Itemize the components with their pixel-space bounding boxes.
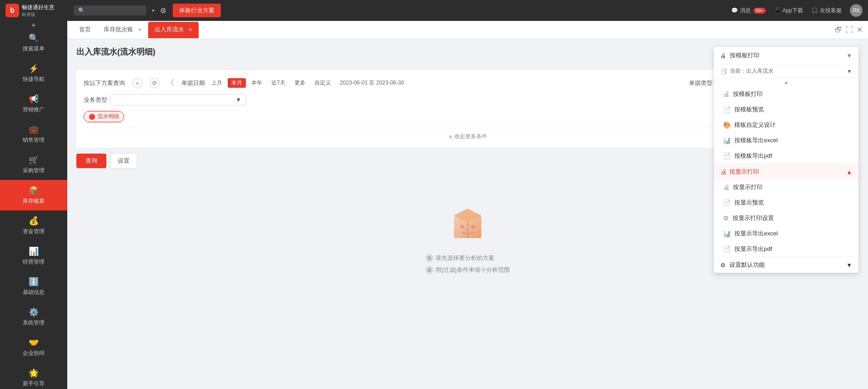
sidebar-item-operations[interactable]: 📊 经营管理 [0,241,67,271]
dropdown-display-pdf-label: 按显示导出pdf [734,245,772,253]
sidebar-item-finance-label: 资金管理 [23,228,45,235]
dropdown-display-section-header[interactable]: 🖨 按显示打印 ▲ [714,164,858,180]
basic-icon: ℹ️ [29,277,39,287]
sidebar-item-finance[interactable]: 💰 资金管理 [0,210,67,241]
dropdown-item-display-export-pdf[interactable]: 📄 按显示导出pdf [714,241,858,257]
date-opt-more[interactable]: 更多 [291,78,309,88]
sidebar-item-purchase[interactable]: 🛒 采购管理 [0,150,67,180]
logo-area: b 畅捷通好生意 标准版 [5,4,69,18]
trial-btn[interactable]: 体验行业方案 [173,4,221,17]
tab-inventory-batch[interactable]: 库存批次账 ✕ [97,22,148,38]
message-item[interactable]: 💬 消息 99+ [731,7,766,15]
empty-hint: ①请先选择要分析的方案 ②用[过滤]条件来缩小分析范围 [425,252,509,276]
dropdown-scroll-up[interactable]: ▲ [714,78,858,86]
main-layout: ▲ 🔍 搜索菜单 ⚡ 快捷导航 📢 营销推广 💼 销售管理 🛒 采购管理 📦 库… [0,21,868,389]
online-service-item[interactable]: 🎧 在线客服 [811,7,842,15]
sidebar-item-enterprise[interactable]: 🤝 企业协同 [0,332,67,363]
dropdown-item-template-print[interactable]: 🖨 按模板打印 [714,86,858,102]
sidebar-item-inventory[interactable]: 📦 库存核算 [0,180,67,210]
sidebar-item-search-menu[interactable]: 🔍 搜索菜单 [0,28,67,58]
tab-close-btn[interactable]: ✕ [857,25,863,34]
tab-home[interactable]: 首页 [73,22,97,38]
date-opt-last-month[interactable]: 上月 [208,78,226,88]
dropdown-item-template-custom[interactable]: 🎨 模板自定义设计 [714,117,858,133]
filter-collapse-toggle[interactable]: 《 [167,78,174,88]
dropdown-current-arrow[interactable]: ▼ [847,68,852,75]
tab-restore-btn[interactable]: 🗗 [835,26,842,34]
dropdown-template-custom-icon: 🎨 [723,121,731,129]
dropdown-display-settings-icon: ⚙ [723,214,729,222]
tab-expand-btn[interactable]: ⛶ [846,26,853,34]
header-right: 💬 消息 99+ 📱 App下载 🎧 在线客服 Rit [731,4,863,17]
sidebar-item-search-menu-label: 搜索菜单 [23,45,45,53]
dropdown-item-display-preview[interactable]: 📄 按显示预览 [714,195,858,210]
dropdown-item-display-print-settings[interactable]: ⚙ 按显示打印设置 [714,210,858,226]
settings-default-icon: ⚙ [720,262,726,269]
dropdown-item-display-export-excel[interactable]: 📊 按显示导出excel [714,226,858,241]
date-opt-this-year[interactable]: 本年 [248,78,266,88]
sidebar-item-marketing[interactable]: 📢 营销推广 [0,89,67,119]
search-menu-icon: 🔍 [29,33,39,43]
search-icon: 🔍 [78,7,85,14]
sidebar-item-sales[interactable]: 💼 销售管理 [0,119,67,150]
sidebar-item-quick-nav-label: 快捷导航 [23,75,45,83]
sidebar-item-system-label: 系统管理 [23,319,45,327]
dropdown-panel: 🖨 按模板打印 ▼ 📑 当前：出入库流水 ▼ ▲ 🖨 按模板打印 [713,46,859,273]
guide-icon: 🌟 [29,368,39,378]
date-options: 上月 本月 本年 近7天 更多 自定义 [208,78,334,88]
dropdown-template-excel-icon: 📊 [723,137,731,144]
sidebar-item-system[interactable]: ⚙️ 系统管理 [0,302,67,332]
dropdown-template-pdf-label: 按模板导出pdf [734,152,772,160]
dropdown-header: 🖨 按模板打印 ▼ [714,47,858,65]
settings-action-btn[interactable]: 设置 [110,153,137,169]
tab-inout-flow[interactable]: 出入库流水 ✕ [148,22,199,38]
filter-label: 按以下方案查询 [84,79,125,87]
sidebar-item-sales-label: 销售管理 [23,136,45,144]
dropdown-item-template-export-excel[interactable]: 📊 按模板导出excel [714,133,858,148]
filter-add-btn[interactable]: + [132,78,142,88]
dropdown-template-preview-icon: 📄 [723,106,731,113]
filter-settings-btn[interactable]: ⚙ [150,78,160,88]
avatar[interactable]: Rit [850,4,863,17]
filter-settings-icon: ⚙ [152,80,157,86]
app-download-item[interactable]: 📱 App下载 [774,7,803,15]
sidebar-item-basic[interactable]: ℹ️ 基础信息 [0,271,67,302]
sidebar-scroll-up[interactable]: ▲ [0,21,67,28]
dropdown-title-arrow[interactable]: ▼ [846,52,852,59]
inventory-icon: 📦 [29,185,39,195]
sidebar-item-guide[interactable]: 🌟 新手引导 [0,363,67,389]
dropdown-item-template-export-pdf[interactable]: 📄 按模板导出pdf [714,148,858,164]
hint-num-2: ② [425,266,434,274]
date-opt-7days[interactable]: 近7天 [268,78,289,88]
dropdown-current-label: 当前：出入库流水 [730,67,773,75]
business-type-filter: 业务类型 ▼ [84,94,246,105]
dropdown-item-template-preview[interactable]: 📄 按模板预览 [714,102,858,117]
dropdown-footer-arrow: ▼ [846,262,852,269]
flow-detail-tag[interactable]: 🔴 流水明细 [84,111,124,122]
tab-inventory-batch-close[interactable]: ✕ [138,27,142,32]
tab-inout-flow-close[interactable]: ✕ [188,27,192,32]
dropdown-current-left: 📑 当前：出入库流水 [720,67,773,75]
query-btn[interactable]: 查询 [76,154,106,168]
empty-icon [445,199,490,245]
date-opt-this-month[interactable]: 本月 [228,78,246,88]
dropdown-current[interactable]: 📑 当前：出入库流水 ▼ [714,65,858,78]
search-dropdown-arrow[interactable]: ▼ [151,8,155,13]
sidebar-item-quick-nav[interactable]: ⚡ 快捷导航 [0,58,67,89]
tab-inventory-batch-label: 库存批次账 [104,26,133,33]
business-type-arrow: ▼ [235,96,241,103]
message-icon: 💬 [731,7,738,14]
date-opt-custom[interactable]: 自定义 [311,78,334,88]
marketing-icon: 📢 [29,94,39,104]
header-search-box[interactable]: 🔍 [74,5,146,15]
header-settings-icon[interactable]: ⚙ [160,6,166,15]
dropdown-display-settings-label: 按显示打印设置 [733,214,774,222]
display-section-label: 按显示打印 [729,168,759,176]
search-input[interactable] [88,7,142,14]
business-type-select[interactable]: ▼ [110,94,246,105]
dropdown-display-preview-label: 按显示预览 [734,199,764,207]
quick-nav-icon: ⚡ [29,64,39,74]
dropdown-item-display-print[interactable]: 🖨 按显示打印 [714,180,858,195]
dropdown-footer[interactable]: ⚙ 设置默认功能 ▼ [714,257,858,273]
dropdown-template-excel-label: 按模板导出excel [734,136,778,145]
